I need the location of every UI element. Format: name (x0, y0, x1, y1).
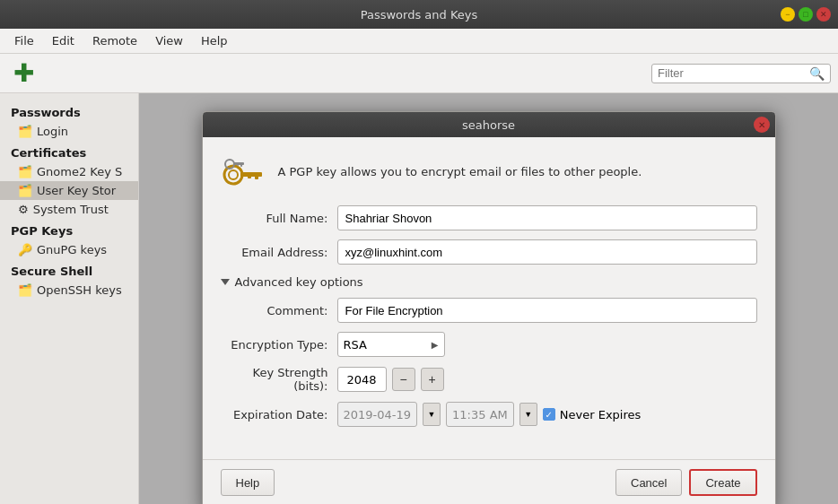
email-label: Email Address: (221, 246, 337, 259)
email-input[interactable] (337, 239, 757, 265)
key-strength-increase-button[interactable]: + (421, 368, 444, 391)
sidebar-item-gnupg[interactable]: 🔑 GnuPG keys (0, 240, 138, 259)
menu-remote[interactable]: Remote (85, 31, 144, 50)
sidebar-section-pgp: PGP Keys (0, 219, 138, 240)
never-expires-checkbox[interactable]: ✓ Never Expires (543, 408, 642, 421)
sidebar-item-userkey[interactable]: 🗂️ User Key Stor (0, 181, 138, 200)
time-input: 11:35 AM (446, 402, 514, 427)
modal-overlay: seahorse ✕ (139, 93, 838, 504)
comment-input[interactable] (337, 298, 757, 323)
window-controls: − □ ✕ (781, 7, 831, 22)
svg-point-1 (229, 170, 238, 179)
comment-label: Comment: (221, 304, 337, 317)
toolbar: ✚ 🔍 (0, 54, 838, 93)
email-row: Email Address: (221, 239, 757, 265)
sidebar: Passwords 🗂️ Login Certificates 🗂️ Gnome… (0, 93, 139, 504)
svg-rect-4 (248, 172, 251, 178)
gear-icon: ⚙️ (18, 203, 29, 216)
cancel-button[interactable]: Cancel (615, 469, 682, 496)
svg-rect-3 (255, 172, 258, 179)
expiration-row: Expiration Date: 2019-04-19 ▼ 11:35 AM (221, 402, 757, 427)
add-button[interactable]: ✚ (7, 58, 39, 89)
dialog: seahorse ✕ (202, 111, 776, 504)
key-strength-value: 2048 (337, 367, 387, 392)
dialog-intro: A PGP key allows you to encrypt email or… (221, 152, 757, 191)
encryption-type-value: RSA (344, 338, 428, 352)
search-icon: 🔍 (809, 66, 825, 81)
never-expires-label: Never Expires (560, 408, 642, 421)
select-arrow-icon: ▶ (432, 340, 439, 350)
expiration-label: Expiration Date: (221, 408, 337, 421)
fullname-row: Full Name: (221, 205, 757, 230)
sidebar-item-gnome2[interactable]: 🗂️ Gnome2 Key S (0, 162, 138, 181)
key-strength-controls: 2048 − + (337, 367, 444, 392)
sidebar-item-openssh[interactable]: 🗂️ OpenSSH keys (0, 281, 138, 300)
menu-help[interactable]: Help (194, 31, 235, 50)
time-dropdown-button[interactable]: ▼ (519, 403, 537, 426)
encryption-type-select[interactable]: RSA ▶ (337, 332, 445, 357)
key-strength-row: Key Strength (bits): 2048 − + (221, 366, 757, 393)
cert-icon-1: 🗂️ (18, 165, 32, 178)
advanced-toggle[interactable]: Advanced key options (221, 275, 757, 289)
date-input: 2019-04-19 (337, 402, 418, 427)
key-strength-decrease-button[interactable]: − (392, 368, 415, 391)
cert-icon-2: 🗂️ (18, 184, 32, 197)
dialog-body: A PGP key allows you to encrypt email or… (203, 137, 775, 450)
fullname-label: Full Name: (221, 212, 337, 225)
dialog-title: seahorse (462, 118, 515, 132)
menu-file[interactable]: File (7, 31, 41, 50)
encryption-type-label: Encryption Type: (221, 338, 337, 352)
pgp-key-icon (221, 152, 267, 191)
create-button[interactable]: Create (689, 469, 756, 496)
sidebar-item-systemtrust[interactable]: ⚙️ System Trust (0, 200, 138, 219)
filter-input[interactable] (658, 66, 809, 80)
menu-view[interactable]: View (148, 31, 190, 50)
fullname-input[interactable] (337, 205, 757, 230)
expand-icon (221, 279, 230, 285)
plus-icon: ✚ (13, 58, 34, 88)
sidebar-section-certificates: Certificates (0, 141, 138, 162)
window-title: Passwords and Keys (361, 8, 478, 22)
main-content: seahorse ✕ (139, 93, 838, 504)
ssh-icon: 🗂️ (18, 283, 32, 297)
filter-area: 🔍 (651, 64, 831, 83)
main-window: Passwords and Keys − □ ✕ File Edit Remot… (0, 0, 838, 504)
close-button[interactable]: ✕ (816, 7, 831, 22)
help-button[interactable]: Help (221, 469, 275, 496)
advanced-label: Advanced key options (235, 275, 363, 289)
date-row: 2019-04-19 ▼ 11:35 AM ▼ ✓ Ne (337, 402, 642, 427)
checkbox-checked-icon: ✓ (543, 408, 555, 421)
sidebar-section-passwords: Passwords (0, 100, 138, 122)
menu-edit[interactable]: Edit (45, 31, 82, 50)
sidebar-item-login[interactable]: 🗂️ Login (0, 122, 138, 141)
dialog-close-button[interactable]: ✕ (754, 117, 770, 133)
pgp-icon: 🔑 (18, 243, 32, 256)
dialog-intro-text: A PGP key allows you to encrypt email or… (278, 165, 642, 178)
svg-rect-7 (240, 162, 242, 167)
advanced-content: Comment: Encryption Type: RSA ▶ (221, 298, 757, 427)
content-area: Passwords 🗂️ Login Certificates 🗂️ Gnome… (0, 93, 838, 504)
sidebar-section-ssh: Secure Shell (0, 259, 138, 281)
encryption-type-row: Encryption Type: RSA ▶ (221, 332, 757, 357)
dialog-title-bar: seahorse ✕ (203, 112, 775, 137)
minimize-button[interactable]: − (781, 7, 795, 22)
comment-row: Comment: (221, 298, 757, 323)
dialog-footer: Help Cancel Create (203, 459, 775, 504)
date-dropdown-button[interactable]: ▼ (423, 403, 441, 426)
maximize-button[interactable]: □ (799, 7, 813, 22)
menu-bar: File Edit Remote View Help (0, 29, 838, 54)
title-bar: Passwords and Keys − □ ✕ (0, 0, 838, 29)
svg-rect-8 (237, 162, 239, 166)
key-strength-label: Key Strength (bits): (221, 366, 337, 393)
login-icon: 🗂️ (18, 125, 32, 138)
